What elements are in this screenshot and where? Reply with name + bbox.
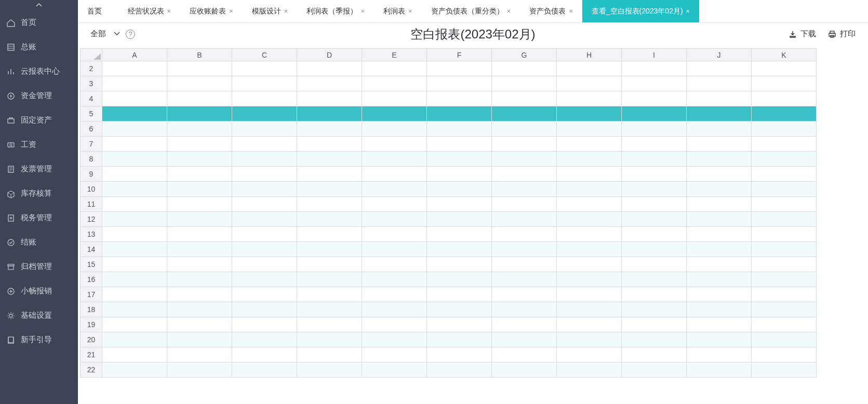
cell-I12[interactable]: [622, 212, 687, 227]
cell-B18[interactable]: [167, 302, 232, 317]
column-header-D[interactable]: D: [297, 49, 362, 61]
cell-K12[interactable]: [752, 212, 817, 227]
cell-D7[interactable]: [297, 137, 362, 152]
cell-G10[interactable]: [492, 182, 557, 197]
cell-E22[interactable]: [362, 362, 427, 378]
cell-C8[interactable]: [232, 152, 297, 167]
cell-B7[interactable]: [167, 137, 232, 152]
cell-K10[interactable]: [752, 182, 817, 197]
tab-5[interactable]: 利润表×: [374, 0, 422, 22]
row-header-5[interactable]: 5: [81, 106, 102, 122]
cell-B12[interactable]: [167, 212, 232, 227]
cell-E9[interactable]: [362, 167, 427, 182]
cell-F3[interactable]: [427, 76, 492, 91]
cell-E10[interactable]: [362, 182, 427, 197]
row-header-3[interactable]: 3: [81, 76, 102, 91]
cell-A11[interactable]: [102, 197, 167, 212]
sidebar-item-asset[interactable]: 固定资产: [0, 108, 78, 132]
cell-G22[interactable]: [492, 362, 557, 378]
cell-K19[interactable]: [752, 317, 817, 332]
cell-J22[interactable]: [687, 362, 752, 378]
cell-K22[interactable]: [752, 362, 817, 378]
cell-A3[interactable]: [102, 76, 167, 91]
cell-I19[interactable]: [622, 317, 687, 332]
cell-K13[interactable]: [752, 227, 817, 242]
tab-4[interactable]: 利润表（季报）×: [297, 0, 374, 22]
row-header-17[interactable]: 17: [81, 287, 102, 302]
cell-G8[interactable]: [492, 152, 557, 167]
cell-I4[interactable]: [622, 91, 687, 106]
cell-B3[interactable]: [167, 76, 232, 91]
cell-E17[interactable]: [362, 287, 427, 302]
cell-E20[interactable]: [362, 332, 427, 347]
cell-K18[interactable]: [752, 302, 817, 317]
cell-H16[interactable]: [557, 272, 622, 287]
cell-H12[interactable]: [557, 212, 622, 227]
cell-D6[interactable]: [297, 122, 362, 137]
cell-J9[interactable]: [687, 167, 752, 182]
cell-G6[interactable]: [492, 122, 557, 137]
cell-C18[interactable]: [232, 302, 297, 317]
column-header-I[interactable]: I: [622, 49, 687, 61]
cell-G14[interactable]: [492, 242, 557, 257]
cell-J16[interactable]: [687, 272, 752, 287]
cell-J19[interactable]: [687, 317, 752, 332]
cell-E7[interactable]: [362, 137, 427, 152]
cell-F22[interactable]: [427, 362, 492, 378]
tab-2[interactable]: 应收账龄表×: [180, 0, 243, 22]
tab-7[interactable]: 资产负债表×: [520, 0, 582, 22]
sidebar-item-reimburse[interactable]: 小畅报销: [0, 279, 78, 303]
cell-A14[interactable]: [102, 242, 167, 257]
cell-D13[interactable]: [297, 227, 362, 242]
cell-A13[interactable]: [102, 227, 167, 242]
cell-E19[interactable]: [362, 317, 427, 332]
cell-C22[interactable]: [232, 362, 297, 378]
cell-I15[interactable]: [622, 257, 687, 272]
cell-K21[interactable]: [752, 347, 817, 362]
tab-3[interactable]: 模版设计×: [243, 0, 298, 22]
cell-G18[interactable]: [492, 302, 557, 317]
cell-D15[interactable]: [297, 257, 362, 272]
cell-A21[interactable]: [102, 347, 167, 362]
cell-A12[interactable]: [102, 212, 167, 227]
cell-G7[interactable]: [492, 137, 557, 152]
cell-E4[interactable]: [362, 91, 427, 106]
cell-K14[interactable]: [752, 242, 817, 257]
close-icon[interactable]: ×: [408, 7, 412, 15]
cell-E6[interactable]: [362, 122, 427, 137]
cell-E5[interactable]: [362, 106, 427, 122]
tab-1[interactable]: 经营状况表×: [118, 0, 181, 22]
cell-H3[interactable]: [557, 76, 622, 91]
sidebar-item-tax[interactable]: 税务管理: [0, 206, 78, 230]
close-icon[interactable]: ×: [507, 7, 511, 15]
cell-F13[interactable]: [427, 227, 492, 242]
row-header-15[interactable]: 15: [81, 257, 102, 272]
sidebar-item-ledger[interactable]: 总账: [0, 35, 78, 59]
cell-D22[interactable]: [297, 362, 362, 378]
row-header-10[interactable]: 10: [81, 182, 102, 197]
cell-K16[interactable]: [752, 272, 817, 287]
row-header-19[interactable]: 19: [81, 317, 102, 332]
cell-I8[interactable]: [622, 152, 687, 167]
cell-A18[interactable]: [102, 302, 167, 317]
cell-F8[interactable]: [427, 152, 492, 167]
row-header-6[interactable]: 6: [81, 122, 102, 137]
cell-K2[interactable]: [752, 61, 817, 76]
cell-K8[interactable]: [752, 152, 817, 167]
cell-H20[interactable]: [557, 332, 622, 347]
cell-D9[interactable]: [297, 167, 362, 182]
cell-F7[interactable]: [427, 137, 492, 152]
close-icon[interactable]: ×: [167, 7, 171, 15]
cell-I13[interactable]: [622, 227, 687, 242]
close-icon[interactable]: ×: [686, 7, 690, 15]
row-header-14[interactable]: 14: [81, 242, 102, 257]
cell-A17[interactable]: [102, 287, 167, 302]
cell-D16[interactable]: [297, 272, 362, 287]
sidebar-item-archive[interactable]: 归档管理: [0, 254, 78, 279]
cell-H13[interactable]: [557, 227, 622, 242]
cell-G19[interactable]: [492, 317, 557, 332]
row-header-8[interactable]: 8: [81, 152, 102, 167]
column-header-C[interactable]: C: [232, 49, 297, 61]
cell-J21[interactable]: [687, 347, 752, 362]
cell-D4[interactable]: [297, 91, 362, 106]
